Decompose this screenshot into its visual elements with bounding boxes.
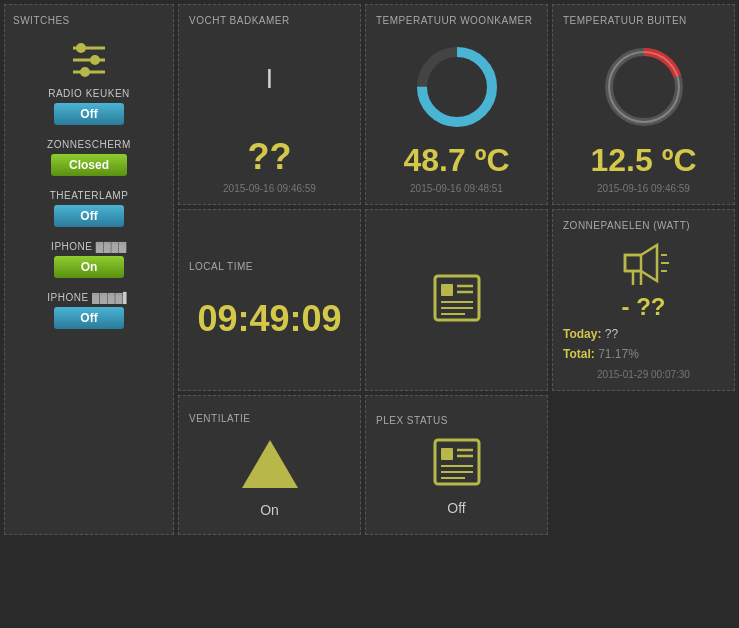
- svg-rect-12: [441, 284, 453, 296]
- switch-iphone1-button[interactable]: On: [54, 256, 124, 278]
- zonnepanelen-card: ZONNEPANELEN (WATT) - ?? Today: ?? Total…: [552, 209, 735, 391]
- sliders-icon: [65, 36, 113, 88]
- temp-buiten-value: 12.5 ºC: [591, 142, 697, 179]
- switch-iphone1-label: IPHONE ▓▓▓▓: [51, 241, 127, 252]
- svg-point-5: [80, 67, 90, 77]
- svg-point-1: [76, 43, 86, 53]
- svg-rect-26: [441, 448, 453, 460]
- temp-woonkamer-card: TEMPERATUUR WOONKAMER 48.7 ºC 2015-09-16…: [365, 4, 548, 205]
- local-time-card: LOCAL TIME 09:49:09: [178, 209, 361, 391]
- switch-zonnescherm-button[interactable]: Closed: [51, 154, 127, 176]
- switch-radio-keuken-button[interactable]: Off: [54, 103, 124, 125]
- svg-point-3: [90, 55, 100, 65]
- temp-woonkamer-donut: [412, 42, 502, 132]
- plex-status-card: PLEX STATUS Off: [365, 395, 548, 535]
- switch-radio-keuken: RADIO KEUKEN Off: [13, 88, 165, 125]
- zonnepanelen-title: ZONNEPANELEN (WATT): [563, 220, 690, 231]
- temp-buiten-card: TEMPERATUUR BUITEN 12.5 ºC 2015-09-16 09…: [552, 4, 735, 205]
- zonnepanelen-today: Today: ??: [563, 327, 618, 341]
- switch-theaterlamp: THEATERLAMP Off: [13, 190, 165, 227]
- ventilatie-card: VENTILATIE On: [178, 395, 361, 535]
- temp-woonkamer-timestamp: 2015-09-16 09:48:51: [410, 183, 503, 194]
- newspaper-icon: [427, 268, 487, 332]
- switch-theaterlamp-label: THEATERLAMP: [50, 190, 129, 201]
- switch-iphone2-label: IPHONE ▓▓▓▓▌: [47, 292, 130, 303]
- zonnepanelen-value: - ??: [622, 293, 666, 321]
- switches-title: SWITCHES: [13, 15, 70, 26]
- temp-buiten-timestamp: 2015-09-16 09:46:59: [597, 183, 690, 194]
- ventilatie-state: On: [260, 502, 279, 518]
- switch-zonnescherm-label: ZONNESCHERM: [47, 139, 131, 150]
- plex-status-state: Off: [447, 500, 465, 516]
- temp-buiten-title: TEMPERATUUR BUITEN: [563, 15, 687, 26]
- plex-mid-card: [365, 209, 548, 391]
- zonnepanelen-total: Total: 71.17%: [563, 347, 639, 361]
- vocht-badkamer-card: VOCHT BADKAMER I ?? 2015-09-16 09:46:59: [178, 4, 361, 205]
- svg-point-10: [609, 52, 679, 122]
- vocht-badkamer-title: VOCHT BADKAMER: [189, 15, 290, 26]
- switch-iphone2-button[interactable]: Off: [54, 307, 124, 329]
- switch-theaterlamp-button[interactable]: Off: [54, 205, 124, 227]
- megaphone-icon: [619, 241, 669, 289]
- triangle-up-icon: [242, 440, 298, 488]
- plex-newspaper-icon: [427, 432, 487, 496]
- switch-iphone2: IPHONE ▓▓▓▓▌ Off: [13, 292, 165, 329]
- temp-woonkamer-title: TEMPERATUUR WOONKAMER: [376, 15, 532, 26]
- ventilatie-title: VENTILATIE: [189, 413, 251, 424]
- vocht-timestamp: 2015-09-16 09:46:59: [223, 183, 316, 194]
- local-time-value: 09:49:09: [197, 298, 341, 340]
- switch-iphone1: IPHONE ▓▓▓▓ On: [13, 241, 165, 278]
- switches-panel: SWITCHES RADIO KEUKEN Off ZONNESCHERM Cl…: [4, 4, 174, 535]
- temp-woonkamer-value: 48.7 ºC: [404, 142, 510, 179]
- svg-rect-19: [625, 255, 641, 271]
- plex-status-title: PLEX STATUS: [376, 415, 448, 426]
- zonnepanelen-timestamp: 2015-01-29 00:07:30: [597, 361, 690, 380]
- vocht-bar: I: [266, 63, 274, 95]
- vocht-value: ??: [248, 136, 292, 178]
- switch-radio-keuken-label: RADIO KEUKEN: [48, 88, 130, 99]
- switch-zonnescherm: ZONNESCHERM Closed: [13, 139, 165, 176]
- temp-buiten-donut: [599, 42, 689, 132]
- empty-bottom-right: [552, 395, 735, 535]
- local-time-title: LOCAL TIME: [189, 261, 253, 272]
